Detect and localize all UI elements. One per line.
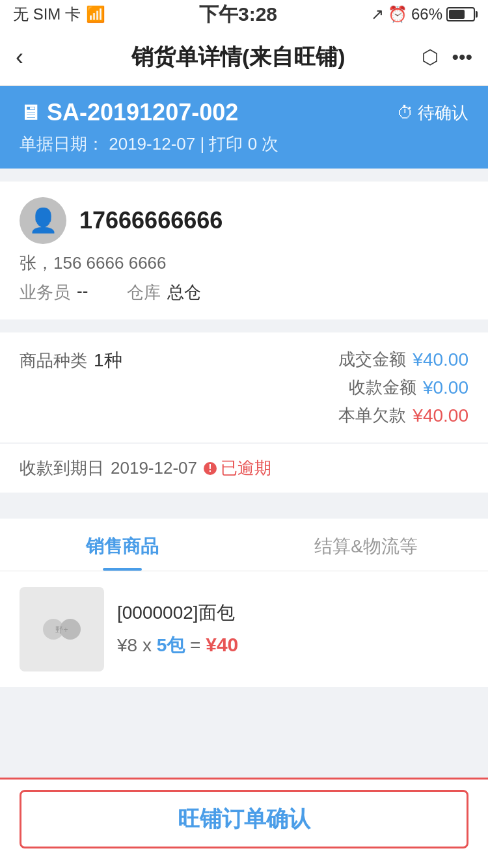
svg-text:野+: 野+ bbox=[55, 625, 68, 634]
divider-2 bbox=[0, 493, 488, 506]
owed-item: 本单欠款 ¥40.00 bbox=[338, 404, 468, 427]
confirm-order-button[interactable]: 旺铺订单确认 bbox=[20, 790, 468, 848]
owed-label: 本单欠款 bbox=[338, 404, 406, 427]
product-name: [0000002]面包 bbox=[117, 601, 468, 625]
equals-sign: = bbox=[190, 635, 206, 655]
print-unit: 次 bbox=[262, 134, 278, 154]
battery-icon bbox=[446, 7, 475, 21]
status-right: ↗ ⏰ 66% bbox=[371, 5, 475, 23]
tab-settlement[interactable]: 结算&物流等 bbox=[244, 519, 488, 571]
product-logo-icon: 野+ bbox=[39, 613, 85, 645]
owed-value: ¥40.00 bbox=[413, 405, 468, 426]
summary-left: 商品种类 1种 bbox=[20, 348, 122, 373]
warehouse-label: 仓库 bbox=[127, 281, 161, 304]
date-label: 单据日期： bbox=[20, 134, 104, 154]
battery-fill bbox=[449, 10, 465, 19]
due-label: 收款到期日 bbox=[20, 457, 104, 480]
salesman-value: -- bbox=[77, 281, 88, 304]
due-section: 收款到期日 2019-12-07 ! 已逾期 bbox=[0, 444, 488, 493]
type-label: 商品种类 bbox=[20, 349, 87, 372]
summary-right: 成交金额 ¥40.00 收款金额 ¥0.00 本单欠款 ¥40.00 bbox=[338, 348, 468, 427]
battery-percent: 66% bbox=[411, 5, 442, 23]
location-icon: ↗ bbox=[371, 5, 384, 23]
page-title: 销货单详情(来自旺铺) bbox=[131, 42, 346, 72]
tab-sales-goods-label: 销售商品 bbox=[86, 536, 159, 556]
order-icon: 🖥 bbox=[20, 101, 40, 125]
product-thumbnail: 野+ bbox=[20, 587, 104, 671]
multiply-sign: x bbox=[142, 635, 157, 655]
order-id-text: SA-20191207-002 bbox=[47, 99, 238, 126]
alarm-icon: ⏰ bbox=[388, 5, 407, 23]
print-count: 0 bbox=[248, 134, 257, 154]
received-label: 收款金额 bbox=[349, 376, 416, 399]
tab-sales-goods[interactable]: 销售商品 bbox=[0, 519, 244, 571]
more-button[interactable]: ••• bbox=[452, 46, 472, 68]
warehouse-value: 总仓 bbox=[167, 281, 201, 304]
product-price: ¥8 x 5包 = ¥40 bbox=[117, 633, 468, 658]
tabs: 销售商品 结算&物流等 bbox=[0, 519, 488, 571]
salesman-item: 业务员 -- bbox=[20, 281, 88, 304]
warehouse-item: 仓库 总仓 bbox=[127, 281, 201, 304]
amount-value: ¥40.00 bbox=[413, 349, 468, 370]
summary-row: 商品种类 1种 成交金额 ¥40.00 收款金额 ¥0.00 本单欠款 ¥40.… bbox=[20, 348, 468, 427]
received-item: 收款金额 ¥0.00 bbox=[349, 376, 468, 399]
customer-meta: 业务员 -- 仓库 总仓 bbox=[20, 281, 468, 304]
print-label: | 打印 bbox=[200, 134, 247, 154]
divider-1 bbox=[0, 319, 488, 332]
type-value: 1种 bbox=[94, 348, 122, 373]
summary-section: 商品种类 1种 成交金额 ¥40.00 收款金额 ¥0.00 本单欠款 ¥40.… bbox=[0, 332, 488, 442]
total-price: ¥40 bbox=[206, 634, 238, 655]
customer-name: 张，156 6666 6666 bbox=[20, 252, 468, 275]
customer-phone: 17666666666 bbox=[79, 207, 223, 234]
wifi-icon: 📶 bbox=[86, 5, 105, 23]
price-unit: ¥8 bbox=[117, 635, 137, 655]
share-button[interactable]: ⬡ bbox=[422, 46, 439, 68]
overdue-badge: ! 已逾期 bbox=[204, 457, 271, 480]
amount-label: 成交金额 bbox=[338, 348, 406, 371]
customer-top: 👤 17666666666 bbox=[20, 197, 468, 244]
salesman-label: 业务员 bbox=[20, 281, 70, 304]
date-value: 2019-12-07 bbox=[109, 134, 195, 154]
customer-section: 👤 17666666666 张，156 6666 6666 业务员 -- 仓库 … bbox=[0, 182, 488, 319]
quantity-value: 5包 bbox=[157, 635, 185, 655]
overdue-label: 已逾期 bbox=[221, 457, 271, 480]
status-label: 待确认 bbox=[418, 102, 468, 124]
product-details: [0000002]面包 ¥8 x 5包 = ¥40 bbox=[117, 601, 468, 658]
received-value: ¥0.00 bbox=[423, 377, 468, 398]
order-header: 🖥 SA-20191207-002 ⏱ 待确认 单据日期： 2019-12-07… bbox=[0, 86, 488, 169]
order-date: 单据日期： 2019-12-07 | 打印 0 次 bbox=[20, 133, 468, 156]
order-status: ⏱ 待确认 bbox=[397, 102, 468, 124]
avatar: 👤 bbox=[20, 197, 66, 244]
carrier-label: 无 SIM 卡 bbox=[13, 4, 81, 25]
status-clock-icon: ⏱ bbox=[397, 103, 414, 123]
confirm-btn-wrapper: 旺铺订单确认 bbox=[0, 778, 488, 868]
nav-bar: ‹ 销货单详情(来自旺铺) ⬡ ••• bbox=[0, 29, 488, 86]
order-id: 🖥 SA-20191207-002 bbox=[20, 99, 238, 126]
tab-settlement-label: 结算&物流等 bbox=[314, 536, 418, 556]
product-item: 野+ [0000002]面包 ¥8 x 5包 = ¥40 bbox=[0, 571, 488, 687]
time-label: 下午3:28 bbox=[199, 1, 277, 28]
nav-actions: ⬡ ••• bbox=[422, 46, 472, 68]
order-header-top: 🖥 SA-20191207-002 ⏱ 待确认 bbox=[20, 99, 468, 126]
due-date: 2019-12-07 bbox=[111, 458, 197, 478]
overdue-icon: ! bbox=[204, 462, 217, 475]
tab-section: 销售商品 结算&物流等 野+ [0000002]面包 ¥8 x 5包 = ¥40 bbox=[0, 519, 488, 687]
amount-item: 成交金额 ¥40.00 bbox=[338, 348, 468, 371]
back-button[interactable]: ‹ bbox=[16, 44, 55, 71]
status-bar: 无 SIM 卡 📶 下午3:28 ↗ ⏰ 66% bbox=[0, 0, 488, 29]
status-left: 无 SIM 卡 📶 bbox=[13, 4, 105, 25]
